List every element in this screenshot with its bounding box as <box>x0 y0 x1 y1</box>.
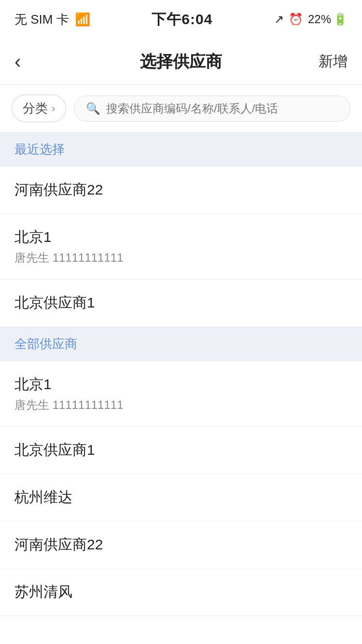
location-icon: ↗ <box>274 13 284 26</box>
supplier-name: 杭州维达 <box>14 488 348 507</box>
list-item[interactable]: 河南供应商22 <box>0 167 362 214</box>
list-item[interactable]: 河南供应商22 <box>0 521 362 569</box>
recent-section-header: 最近选择 <box>0 132 362 167</box>
nav-bar: ‹ 选择供应商 新增 <box>0 39 362 85</box>
wifi-icon: 📶 <box>75 12 90 27</box>
list-item[interactable]: 北京供应商1 <box>0 427 362 474</box>
category-label: 分类 <box>23 100 48 117</box>
search-box[interactable]: 🔍 <box>74 96 350 122</box>
supplier-name: 河南供应商22 <box>14 180 348 200</box>
chevron-right-icon: › <box>52 102 55 115</box>
supplier-name: 北京1 <box>14 375 348 394</box>
list-item[interactable]: 北京1唐先生 11111111111 <box>0 214 362 280</box>
status-time: 下午6:04 <box>152 10 212 29</box>
list-item[interactable]: 北京供应商1 <box>0 280 362 327</box>
all-supplier-list: 北京1唐先生 11111111111北京供应商1杭州维达河南供应商22苏州清风 <box>0 361 362 616</box>
battery-icon: 🔋 <box>333 13 348 26</box>
filter-bar: 分类 › 🔍 <box>0 85 362 132</box>
list-item[interactable]: 北京1唐先生 11111111111 <box>0 361 362 427</box>
status-left: 无 SIM 卡 📶 <box>14 11 90 28</box>
category-button[interactable]: 分类 › <box>12 95 66 122</box>
supplier-sub: 唐先生 11111111111 <box>14 397 348 413</box>
battery-percent: 22% <box>308 13 331 26</box>
supplier-name: 苏州清风 <box>14 582 348 602</box>
back-button[interactable]: ‹ <box>14 51 43 72</box>
supplier-name: 河南供应商22 <box>14 535 348 555</box>
search-icon: 🔍 <box>86 102 100 115</box>
supplier-name: 北京供应商1 <box>14 440 348 460</box>
supplier-name: 北京供应商1 <box>14 293 348 313</box>
search-input[interactable] <box>106 102 338 115</box>
battery-indicator: 22% 🔋 <box>308 13 348 26</box>
all-section-header: 全部供应商 <box>0 327 362 361</box>
supplier-sub: 唐先生 11111111111 <box>14 250 348 266</box>
no-sim-text: 无 SIM 卡 <box>14 11 69 28</box>
recent-supplier-list: 河南供应商22北京1唐先生 11111111111北京供应商1 <box>0 167 362 327</box>
list-item[interactable]: 苏州清风 <box>0 569 362 616</box>
page-title: 选择供应商 <box>140 51 222 73</box>
list-item[interactable]: 杭州维达 <box>0 474 362 521</box>
add-button[interactable]: 新增 <box>319 52 348 71</box>
alarm-icon: ⏰ <box>289 13 303 26</box>
status-right: ↗ ⏰ 22% 🔋 <box>274 13 348 26</box>
supplier-name: 北京1 <box>14 227 348 247</box>
status-bar: 无 SIM 卡 📶 下午6:04 ↗ ⏰ 22% 🔋 <box>0 0 362 39</box>
